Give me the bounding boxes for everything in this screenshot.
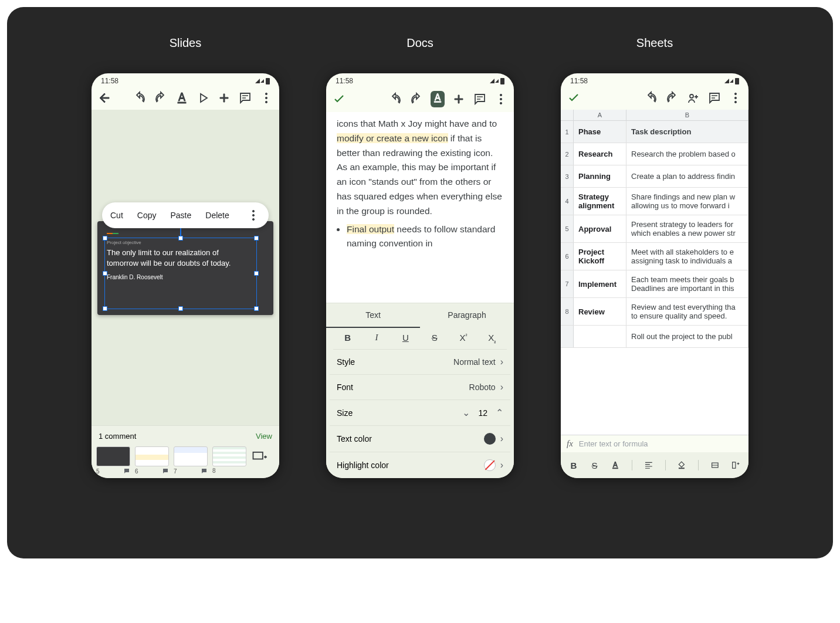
col-header-a[interactable]: A [574, 110, 626, 120]
cell[interactable]: Research [574, 143, 626, 165]
tab-paragraph[interactable]: Paragraph [420, 303, 514, 328]
undo-icon[interactable] [133, 91, 147, 105]
redo-icon[interactable] [154, 91, 168, 105]
align-icon[interactable] [644, 458, 653, 472]
comment-icon[interactable] [707, 91, 722, 105]
corner-cell[interactable] [561, 110, 574, 120]
handle[interactable] [178, 306, 183, 311]
add-icon[interactable] [217, 91, 231, 105]
fx-input[interactable]: Enter text or formula [579, 439, 743, 448]
view-link[interactable]: View [256, 432, 272, 441]
slides-canvas[interactable]: Cut Copy Paste Delete Project objective … [92, 110, 279, 425]
handle[interactable] [103, 306, 107, 311]
docs-body[interactable]: icons that Math x Joy might have and to … [326, 112, 514, 303]
style-row[interactable]: Style Normal text› [330, 350, 510, 375]
redo-icon[interactable] [409, 92, 424, 106]
cm-more-icon[interactable] [246, 208, 260, 222]
row-header[interactable]: 4 [561, 188, 574, 215]
superscript-button[interactable]: X² [455, 333, 472, 344]
textcolor-row[interactable]: Text color › [330, 426, 510, 452]
cell[interactable]: Planning [574, 165, 626, 187]
handle[interactable] [178, 236, 183, 241]
row-header[interactable]: 5 [561, 215, 574, 242]
text-format-button[interactable] [431, 91, 445, 107]
cell[interactable]: Approval [574, 215, 626, 242]
font-row[interactable]: Font Roboto› [330, 375, 510, 400]
undo-icon[interactable] [388, 92, 402, 106]
row-header[interactable]: 7 [561, 270, 574, 297]
selection-box[interactable] [104, 238, 257, 309]
bold-button[interactable]: B [569, 458, 578, 472]
cell[interactable]: Review [574, 298, 626, 325]
cell[interactable]: Strategy alignment [574, 188, 626, 215]
increase-icon[interactable]: ⌃ [496, 407, 503, 418]
add-icon[interactable] [452, 92, 466, 106]
underline-button[interactable]: U [397, 333, 414, 344]
cm-cut[interactable]: Cut [110, 211, 123, 220]
cell[interactable]: Research the problem based o [626, 143, 748, 165]
tab-text[interactable]: Text [326, 303, 420, 328]
more-icon[interactable] [494, 92, 508, 106]
thumb-7[interactable]: 7 [174, 446, 208, 475]
text-color-icon[interactable] [175, 91, 189, 105]
thumb-6[interactable]: 6 [135, 446, 169, 475]
check-icon[interactable] [567, 91, 581, 105]
more-icon[interactable] [729, 91, 743, 105]
handle[interactable] [254, 236, 259, 241]
add-slide-icon[interactable] [251, 449, 267, 465]
row-header[interactable]: 1 [561, 121, 574, 143]
redo-icon[interactable] [665, 91, 679, 105]
strike-button[interactable]: S [426, 333, 443, 344]
slides-phone: 11:58 Cut Copy Paste Delete Project obje… [92, 73, 279, 478]
check-icon[interactable] [332, 92, 346, 106]
cell[interactable]: Project Kickoff [574, 243, 626, 270]
cell-icon[interactable] [710, 458, 720, 472]
cm-copy[interactable]: Copy [137, 211, 157, 220]
insert-column-icon[interactable] [731, 458, 740, 472]
formula-bar[interactable]: fx Enter text or formula [561, 435, 748, 452]
sheet-grid[interactable]: A B 1 Phase Task description 2ResearchRe… [561, 110, 748, 435]
row-header[interactable]: 3 [561, 165, 574, 187]
col-header-b[interactable]: B [626, 110, 748, 120]
comment-icon[interactable] [238, 91, 252, 105]
row-header[interactable]: 6 [561, 243, 574, 270]
strike-button[interactable]: S [590, 458, 599, 472]
subscript-button[interactable]: X₂ [483, 333, 501, 344]
cell[interactable]: Meet with all stakeholders to e assignin… [626, 243, 748, 270]
thumb-8[interactable]: 8 [212, 446, 246, 474]
row-header[interactable]: 2 [561, 143, 574, 165]
row-header[interactable] [561, 326, 574, 347]
cell[interactable]: Task description [626, 121, 748, 143]
share-icon[interactable] [686, 91, 700, 105]
bold-button[interactable]: B [339, 333, 357, 344]
text-color-icon[interactable] [611, 458, 620, 472]
handle[interactable] [103, 271, 107, 276]
color-swatch [484, 433, 496, 445]
italic-button[interactable]: I [368, 333, 385, 344]
more-icon[interactable] [259, 91, 273, 105]
handle[interactable] [254, 271, 259, 276]
cell[interactable]: Present strategy to leaders for which en… [626, 215, 748, 242]
cell[interactable]: Create a plan to address findin [626, 165, 748, 187]
handle[interactable] [103, 236, 107, 241]
hlcolor-row[interactable]: Highlight color › [330, 452, 510, 478]
cell[interactable]: Phase [574, 121, 626, 143]
decrease-icon[interactable]: ⌄ [462, 407, 470, 418]
back-icon[interactable] [97, 91, 111, 105]
cell[interactable]: Review and test everything tha to ensure… [626, 298, 748, 325]
handle[interactable] [254, 306, 259, 311]
cell[interactable]: Each team meets their goals b Deadlines … [626, 270, 748, 297]
thumb-5[interactable]: 5 [96, 446, 130, 475]
fill-color-icon[interactable] [677, 458, 686, 472]
row-header[interactable]: 8 [561, 298, 574, 325]
cell[interactable]: Share findings and new plan w allowing u… [626, 188, 748, 215]
cell[interactable]: Implement [574, 270, 626, 297]
cell[interactable]: Roll out the project to the publ [626, 326, 748, 347]
cm-delete[interactable]: Delete [205, 211, 229, 220]
comment-count[interactable]: 1 comment [99, 432, 136, 441]
cm-paste[interactable]: Paste [170, 211, 191, 220]
undo-icon[interactable] [644, 91, 658, 105]
play-icon[interactable] [196, 91, 210, 105]
cell[interactable] [574, 326, 626, 347]
comment-icon[interactable] [473, 92, 487, 106]
